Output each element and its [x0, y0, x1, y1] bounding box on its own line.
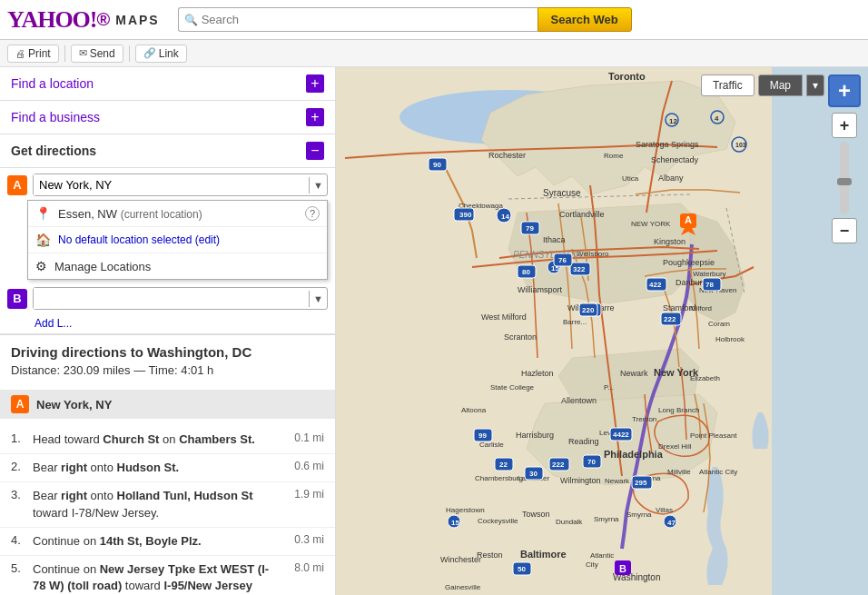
- svg-text:Long Branch: Long Branch: [658, 406, 699, 414]
- map-area[interactable]: Toronto Rochester Syracuse Cheektowaga R…: [336, 67, 868, 595]
- help-icon[interactable]: ?: [305, 206, 320, 221]
- find-location-toggle[interactable]: +: [306, 74, 324, 93]
- svg-text:Newark: Newark: [605, 477, 630, 485]
- map-dropdown-button[interactable]: ▾: [806, 74, 824, 96]
- svg-text:State College: State College: [490, 383, 535, 392]
- to-dropdown-btn[interactable]: ▼: [309, 291, 327, 307]
- search-button[interactable]: Search Web: [538, 7, 632, 32]
- svg-text:15: 15: [451, 519, 459, 527]
- svg-text:Millville: Millville: [667, 468, 691, 476]
- add-location-link[interactable]: Add L...: [0, 313, 335, 333]
- search-bar: 🔍 Search Web: [178, 7, 632, 32]
- step-dist: 8.0 mi: [283, 561, 324, 595]
- svg-text:30: 30: [529, 470, 538, 478]
- from-input[interactable]: [34, 174, 309, 195]
- svg-text:Utica: Utica: [622, 174, 639, 183]
- zoom-out-button[interactable]: −: [832, 218, 857, 243]
- svg-text:80: 80: [522, 268, 530, 276]
- svg-text:12: 12: [669, 117, 677, 125]
- svg-text:Kingston: Kingston: [654, 237, 686, 246]
- svg-text:422: 422: [649, 281, 662, 289]
- svg-text:390: 390: [459, 211, 472, 219]
- send-button[interactable]: ✉ Send: [71, 45, 123, 63]
- svg-text:Hazleton: Hazleton: [521, 369, 554, 378]
- route-start-text: New York, NY: [36, 398, 112, 412]
- to-input-wrapper: ▼: [33, 287, 328, 310]
- svg-text:Poughkeepsie: Poughkeepsie: [663, 258, 715, 267]
- svg-text:P...: P...: [604, 383, 614, 392]
- search-input-wrapper: 🔍: [178, 7, 538, 32]
- svg-text:4: 4: [715, 114, 719, 123]
- find-business-header[interactable]: Find a business +: [0, 101, 335, 134]
- directions-header: Get directions −: [0, 134, 335, 168]
- directions-title: Get directions: [11, 144, 96, 158]
- svg-text:Allentown: Allentown: [561, 396, 597, 405]
- svg-text:14: 14: [501, 213, 509, 221]
- svg-text:Scranton: Scranton: [504, 332, 537, 342]
- directions-result-title: Driving directions to Washington, DC: [11, 344, 324, 360]
- find-business-section: Find a business +: [0, 101, 335, 134]
- zoom-slider-track[interactable]: [840, 142, 849, 214]
- logo: YAHOO! ® MAPS: [7, 6, 160, 34]
- traffic-button[interactable]: Traffic: [701, 74, 755, 96]
- step-item: 2. Bear right onto Hudson St. 0.6 mi: [0, 454, 335, 482]
- print-button[interactable]: 🖨 Print: [7, 45, 59, 63]
- yahoo-exclaim: ®: [97, 9, 111, 30]
- step-dist: 0.1 mi: [283, 431, 324, 448]
- svg-text:Villas: Villas: [656, 506, 673, 514]
- print-icon: 🖨: [15, 48, 25, 59]
- directions-toggle[interactable]: −: [306, 142, 324, 160]
- header: YAHOO! ® MAPS 🔍 Search Web: [0, 0, 868, 40]
- settings-icon: ⚙: [35, 259, 47, 273]
- svg-text:A: A: [685, 214, 692, 225]
- find-business-toggle[interactable]: +: [306, 108, 324, 126]
- zoom-in-big-button[interactable]: +: [828, 74, 861, 107]
- manage-text: Manage Locations: [54, 260, 151, 273]
- svg-text:Philadelphia: Philadelphia: [604, 449, 664, 460]
- toolbar-separator: [64, 45, 65, 62]
- step-num: 2.: [11, 460, 29, 476]
- step-text: Continue on 14th St, Boyle Plz.: [33, 533, 280, 550]
- svg-text:76: 76: [558, 256, 567, 264]
- svg-text:Rome: Rome: [604, 152, 624, 160]
- svg-text:47: 47: [667, 519, 676, 527]
- link-icon: 🔗: [143, 47, 156, 59]
- maps-logo-text: MAPS: [115, 13, 159, 27]
- svg-text:Atlantic: Atlantic: [590, 551, 614, 560]
- svg-text:Saratoga Springs: Saratoga Springs: [636, 140, 699, 149]
- to-input[interactable]: [34, 288, 309, 309]
- dropdown-manage-item[interactable]: ⚙ Manage Locations: [28, 253, 327, 279]
- svg-text:Newark: Newark: [620, 369, 648, 378]
- zoom-in-button[interactable]: +: [832, 113, 857, 138]
- step-text: Bear right onto Hudson St.: [33, 460, 280, 476]
- to-row: B ▼: [0, 283, 335, 313]
- svg-text:22: 22: [499, 461, 508, 469]
- svg-text:Smyrna: Smyrna: [594, 515, 619, 523]
- time-text: Time: 4:01 h: [149, 363, 214, 377]
- search-input[interactable]: [202, 13, 532, 26]
- step-text: Head toward Church St on Chambers St.: [33, 431, 280, 448]
- dropdown-home-item[interactable]: 🏠 No default location selected (edit): [28, 227, 327, 253]
- link-label: Link: [159, 47, 179, 60]
- svg-text:Point Pleasant: Point Pleasant: [690, 431, 737, 440]
- step-dist: 0.6 mi: [283, 460, 324, 476]
- step-num: 1.: [11, 431, 29, 448]
- find-location-title: Find a location: [11, 76, 94, 91]
- svg-text:Toronto: Toronto: [608, 71, 646, 82]
- find-location-header[interactable]: Find a location +: [0, 67, 335, 100]
- svg-text:Altoona: Altoona: [461, 406, 487, 414]
- svg-text:Smyrna: Smyrna: [626, 511, 652, 519]
- route-marker-a: A: [11, 395, 29, 413]
- location-dropdown: 📍 Essen, NW (current location) ? 🏠 No de…: [27, 200, 328, 280]
- search-icon: 🔍: [184, 14, 198, 26]
- svg-text:Hagerstown: Hagerstown: [446, 506, 485, 514]
- map-button[interactable]: Map: [758, 74, 803, 96]
- waypoint-a-label: A: [7, 175, 27, 195]
- dropdown-essen-item[interactable]: 📍 Essen, NW (current location) ?: [28, 201, 327, 227]
- from-dropdown-btn[interactable]: ▼: [309, 177, 327, 193]
- svg-text:Gainesville: Gainesville: [445, 583, 481, 591]
- link-button[interactable]: 🔗 Link: [135, 45, 187, 63]
- step-dist: 1.9 mi: [283, 488, 324, 521]
- svg-text:99: 99: [478, 431, 487, 440]
- svg-text:City: City: [586, 560, 598, 569]
